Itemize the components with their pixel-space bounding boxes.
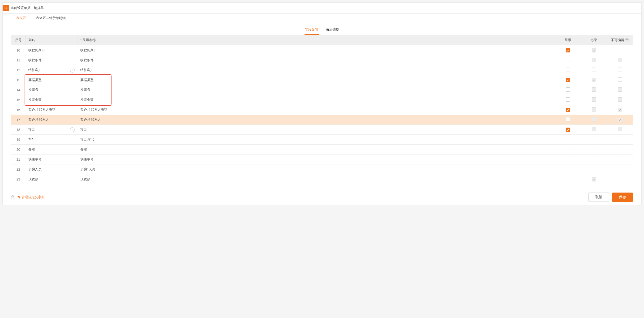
row-display-name[interactable]: 收款到期日 <box>78 45 555 55</box>
cancel-button[interactable]: 取消 <box>588 192 609 202</box>
row-col-name-cell: 车号 <box>26 135 78 144</box>
readonly-checkbox[interactable] <box>618 147 622 151</box>
readonly-cell <box>607 144 633 154</box>
show-checkbox[interactable] <box>566 117 570 122</box>
show-checkbox[interactable] <box>566 88 570 92</box>
row-seq: 17 <box>11 115 26 125</box>
table-row[interactable]: 16客户.主联系人电话客户.主联系人电话 <box>11 105 633 115</box>
table-row[interactable]: 14发票号发票号 <box>11 85 633 95</box>
required-cell <box>581 55 607 65</box>
manage-custom-fields-link[interactable]: 管理自定义字段 <box>17 195 45 200</box>
show-checkbox[interactable] <box>566 97 570 102</box>
table-row[interactable]: 20备注备注 <box>11 144 633 154</box>
readonly-cell <box>607 174 633 184</box>
row-col-name: 项目 <box>28 128 35 132</box>
main-tab-1[interactable]: 表体区—销货单明细 <box>31 14 71 23</box>
main-tab-0[interactable]: 表头区 <box>11 14 31 23</box>
readonly-cell <box>607 164 633 174</box>
sub-tab-1[interactable]: 布局调整 <box>325 26 340 35</box>
show-checkbox[interactable] <box>566 78 570 82</box>
add-sub-field-button[interactable]: + <box>70 68 75 72</box>
show-cell <box>555 45 581 55</box>
table-row[interactable]: 19车号项目.车号 <box>11 135 633 144</box>
readonly-checkbox[interactable] <box>618 157 622 161</box>
show-checkbox[interactable] <box>566 128 570 132</box>
row-display-name[interactable]: 预收款 <box>78 174 555 184</box>
row-display-name[interactable]: 客户.主联系人电话 <box>78 105 555 115</box>
table-row[interactable]: 23预收款预收款 <box>11 174 633 184</box>
show-checkbox[interactable] <box>566 157 570 161</box>
row-display-name[interactable]: 快递单号 <box>78 154 555 164</box>
row-seq: 18 <box>11 125 26 135</box>
required-checkbox[interactable] <box>592 137 596 141</box>
add-sub-field-button[interactable]: + <box>70 127 75 132</box>
row-seq: 12 <box>11 65 26 75</box>
save-button[interactable]: 保存 <box>612 192 633 202</box>
table-row[interactable]: 11收款条件收款条件 <box>11 55 633 65</box>
row-col-name-cell: 票据类型 <box>26 75 78 85</box>
row-display-name[interactable]: 备注 <box>78 144 555 154</box>
readonly-checkbox[interactable] <box>618 137 622 141</box>
show-checkbox[interactable] <box>566 147 570 151</box>
show-checkbox[interactable] <box>566 177 570 181</box>
row-display-name[interactable]: 发票号 <box>78 85 555 95</box>
required-cell <box>581 135 607 144</box>
row-col-name-cell: 快递单号 <box>26 154 78 164</box>
row-display-name[interactable]: 项目.车号 <box>78 135 555 144</box>
show-checkbox[interactable] <box>566 68 570 72</box>
row-seq: 13 <box>11 75 26 85</box>
table-row[interactable]: 17客户.主联系人客户.主联系人 <box>11 115 633 125</box>
question-icon[interactable]: ? <box>11 195 15 200</box>
row-col-name: 收款条件 <box>28 58 42 62</box>
row-display-name[interactable]: 步骤1人员 <box>78 164 555 174</box>
required-checkbox[interactable] <box>592 157 596 161</box>
show-checkbox[interactable] <box>566 108 570 112</box>
table-row[interactable]: 15发票金额发票金额 <box>11 95 633 105</box>
readonly-checkbox[interactable] <box>618 177 622 181</box>
row-col-name: 收款到期日 <box>28 48 45 52</box>
sub-tab-0[interactable]: 字段设置 <box>304 26 319 35</box>
readonly-checkbox[interactable] <box>618 48 622 52</box>
readonly-checkbox <box>618 108 622 112</box>
expand-panel-button[interactable] <box>2 5 9 11</box>
required-checkbox[interactable] <box>592 147 596 151</box>
manage-custom-fields-text: 管理自定义字段 <box>22 195 45 200</box>
row-seq: 10 <box>11 45 26 55</box>
row-display-name[interactable]: 项目 <box>78 125 555 135</box>
row-col-name: 结算客户 <box>28 68 42 72</box>
show-checkbox[interactable] <box>566 48 570 52</box>
table-row[interactable]: 13票据类型票据类型 <box>11 75 633 85</box>
required-checkbox <box>592 48 596 52</box>
row-display-name[interactable]: 发票金额 <box>78 95 555 105</box>
row-display-name[interactable]: 收款条件 <box>78 55 555 65</box>
show-cell <box>555 125 581 135</box>
help-icon[interactable]: ? <box>625 38 629 42</box>
col-header-displayname: *显示名称 <box>78 35 555 45</box>
row-col-name-cell: 收款条件 <box>26 55 78 65</box>
required-checkbox <box>592 97 596 102</box>
required-checkbox[interactable] <box>592 167 596 171</box>
required-cell <box>581 85 607 95</box>
readonly-checkbox <box>618 97 622 102</box>
row-seq: 23 <box>11 174 26 184</box>
show-checkbox[interactable] <box>566 167 570 171</box>
required-cell <box>581 95 607 105</box>
row-display-name[interactable]: 票据类型 <box>78 75 555 85</box>
row-seq: 11 <box>11 55 26 65</box>
readonly-checkbox <box>618 58 622 62</box>
table-row[interactable]: 10收款到期日收款到期日 <box>11 45 633 55</box>
readonly-checkbox[interactable] <box>618 68 622 72</box>
col-header-show: 显示 <box>555 35 581 45</box>
readonly-checkbox[interactable] <box>618 78 622 82</box>
row-display-name[interactable]: 结算客户 <box>78 65 555 75</box>
readonly-checkbox[interactable] <box>618 167 622 171</box>
table-row[interactable]: 22步骤人员步骤1人员 <box>11 164 633 174</box>
table-row[interactable]: 12结算客户+结算客户 <box>11 65 633 75</box>
table-row[interactable]: 18项目+项目 <box>11 125 633 135</box>
required-cell <box>581 125 607 135</box>
table-row[interactable]: 21快递单号快递单号 <box>11 154 633 164</box>
show-checkbox[interactable] <box>566 137 570 141</box>
row-display-name[interactable]: 客户.主联系人 <box>78 115 555 125</box>
required-checkbox[interactable] <box>592 68 596 72</box>
show-checkbox[interactable] <box>566 58 570 62</box>
